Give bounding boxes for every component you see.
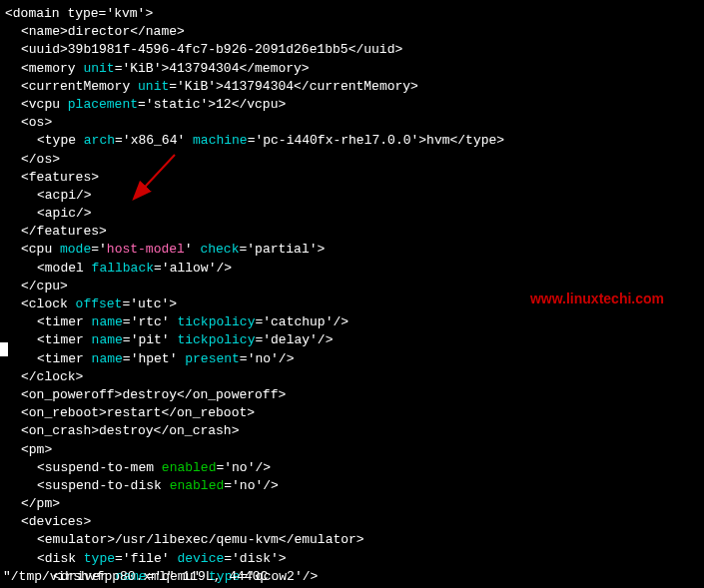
code-line: </features> — [5, 223, 699, 241]
code-line: <memory unit='KiB'>413794304</memory> — [5, 60, 699, 78]
code-line: <pm> — [5, 441, 699, 459]
code-line: <type arch='x86_64' machine='pc-i440fx-r… — [5, 132, 699, 150]
code-line: <suspend-to-disk enabled='no'/> — [5, 477, 699, 495]
code-line: </pm> — [5, 495, 699, 513]
code-line: <vcpu placement='static'>12</vcpu> — [5, 96, 699, 114]
code-line: <devices> — [5, 513, 699, 531]
code-line: <model fallback='allow'/> — [5, 260, 699, 278]
code-line: <cpu mode='host-model' check='partial'> — [5, 241, 699, 259]
code-line: </clock> — [5, 368, 699, 386]
code-line: <apic/> — [5, 205, 699, 223]
code-line: <suspend-to-mem enabled='no'/> — [5, 459, 699, 477]
code-line: <on_reboot>restart</on_reboot> — [5, 404, 699, 422]
cursor-icon — [0, 342, 8, 356]
code-line: <features> — [5, 169, 699, 187]
code-line: <timer name='pit' tickpolicy='delay'/> — [5, 331, 699, 349]
watermark-text: www.linuxtechi.com — [530, 290, 664, 309]
code-line: <on_crash>destroy</on_crash> — [5, 422, 699, 440]
code-line: <timer name='rtc' tickpolicy='catchup'/> — [5, 313, 699, 331]
code-line: <timer name='hpet' present='no'/> — [5, 350, 699, 368]
code-line: </os> — [5, 151, 699, 169]
code-line: <emulator>/usr/libexec/qemu-kvm</emulato… — [5, 531, 699, 549]
code-line: <os> — [5, 114, 699, 132]
vim-status-line: "/tmp/virshvfpp80.xml" 119L, 4440C — [3, 568, 268, 586]
code-line: <domain type='kvm'> — [5, 5, 699, 23]
code-line: <name>director</name> — [5, 23, 699, 41]
code-line: <acpi/> — [5, 187, 699, 205]
code-line: <currentMemory unit='KiB'>413794304</cur… — [5, 78, 699, 96]
code-line: <on_poweroff>destroy</on_poweroff> — [5, 386, 699, 404]
code-line: <uuid>39b1981f-4596-4fc7-b926-2091d26e1b… — [5, 41, 699, 59]
code-line: <disk type='file' device='disk'> — [5, 550, 699, 568]
